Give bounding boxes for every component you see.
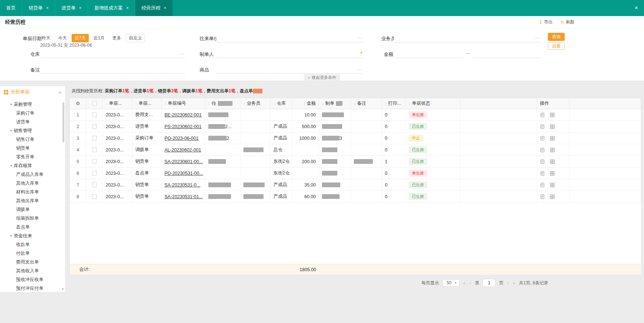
column-header-check[interactable] (86, 98, 103, 109)
column-header-code[interactable]: ↕单据编号 (162, 98, 205, 109)
column-header-maker[interactable]: ↕制单 (319, 98, 351, 109)
ellipsis-icon[interactable]: ... (357, 35, 362, 40)
maker-select[interactable]: ▾ (216, 49, 363, 58)
first-page-button[interactable]: « (463, 280, 466, 286)
tab-close-icon[interactable]: × (46, 5, 49, 11)
grid-more-icon[interactable] (550, 112, 555, 118)
tree-item[interactable]: 其他出库单 (0, 196, 62, 205)
date-quick-button[interactable]: 今天 (55, 34, 70, 42)
row-checkbox[interactable] (92, 171, 97, 176)
tab-item-4[interactable]: 经营历程× (135, 0, 173, 16)
sort-icon[interactable]: ↕ (208, 101, 210, 105)
row-checkbox[interactable] (92, 159, 97, 164)
tree-item[interactable]: 费用支出单 (0, 258, 62, 266)
tab-item-3[interactable]: 新增提成方案× (88, 0, 135, 16)
tree-item[interactable]: 销货单 (0, 144, 62, 153)
sort-icon[interactable]: ↕ (243, 101, 245, 105)
print-preview-icon[interactable] (540, 112, 545, 118)
document-number-link[interactable]: BE-20230602-001 (164, 112, 201, 118)
tab-close-icon[interactable]: × (126, 5, 129, 11)
tree-group-3[interactable]: ▾资金往来 (0, 231, 62, 240)
sort-icon[interactable]: ↕ (385, 101, 387, 105)
tree-item[interactable]: 收款单 (0, 240, 62, 249)
tree-group-2[interactable]: ▾库存核算 (0, 161, 62, 170)
column-header-remark[interactable]: ↕备注 (351, 98, 382, 109)
column-header-partner[interactable]: ↕往 (205, 98, 240, 109)
tree-item[interactable]: 其他收入单 (0, 266, 62, 275)
tree-item[interactable]: 预收冲应收单 (0, 275, 62, 284)
refresh-button[interactable]: ↻ 刷新 (561, 19, 575, 25)
settings-button[interactable]: 设置 (548, 42, 565, 50)
print-preview-icon[interactable] (540, 159, 545, 164)
tree-item[interactable]: 组装拆卸单 (0, 214, 62, 223)
column-header-status[interactable]: ↕单据状态 (406, 98, 461, 109)
tree-item[interactable]: 进货单 (0, 118, 62, 126)
print-preview-icon[interactable] (540, 124, 545, 129)
sort-icon[interactable]: ↕ (303, 101, 305, 105)
document-number-link[interactable]: PD-20230531-00... (164, 171, 203, 176)
tree-group-1[interactable]: ▾销售管理 (0, 126, 62, 135)
tree-item[interactable]: 盘点单 (0, 223, 62, 231)
row-checkbox[interactable] (92, 124, 97, 129)
warehouse-input[interactable]: ... (40, 49, 185, 58)
document-number-link[interactable]: SA-20230531-01... (164, 194, 203, 199)
date-quick-button[interactable]: 更多 (109, 34, 124, 42)
tree-item[interactable]: 采购订单 (0, 109, 62, 118)
grid-more-icon[interactable] (550, 159, 555, 164)
query-button[interactable]: 查询 (548, 33, 565, 41)
tree-item[interactable]: 产成品入库单 (0, 170, 62, 179)
salesman-input[interactable]: ... (394, 34, 541, 42)
print-preview-icon[interactable] (540, 182, 545, 188)
amount-min-input[interactable] (394, 49, 463, 58)
sort-icon[interactable]: ↕ (354, 101, 356, 105)
sort-icon[interactable]: ↕ (322, 101, 324, 105)
chevron-down-icon[interactable]: ▾ (360, 51, 362, 55)
sort-icon[interactable]: ↕ (273, 101, 275, 105)
grid-more-icon[interactable] (550, 147, 555, 153)
print-preview-icon[interactable] (540, 147, 545, 153)
ellipsis-icon[interactable]: ... (179, 50, 184, 55)
next-page-button[interactable]: › (507, 280, 509, 286)
tab-item-2[interactable]: 进货单× (55, 0, 88, 16)
column-header-date[interactable]: ↕单据... (103, 98, 132, 109)
column-header-type[interactable]: ↕单据... (132, 98, 162, 109)
grid-more-icon[interactable] (550, 124, 555, 129)
tree-item[interactable]: 材料出库单 (0, 188, 62, 196)
sort-icon[interactable]: ↕ (106, 101, 107, 105)
date-quick-button[interactable]: 近1月 (91, 34, 108, 42)
column-header-amount[interactable]: ↕金额 (292, 98, 319, 109)
row-checkbox[interactable] (92, 147, 97, 152)
partner-input[interactable]: ... (216, 34, 363, 42)
date-quick-button[interactable]: 自定义 (126, 34, 145, 42)
column-header-ops[interactable]: 操作 (537, 98, 570, 109)
column-header-num[interactable]: ⚙ (70, 98, 86, 109)
column-header-salesman[interactable]: ↕业务员 (240, 98, 270, 109)
ellipsis-icon[interactable]: ... (535, 35, 540, 40)
grid-more-icon[interactable] (550, 182, 555, 188)
document-number-link[interactable]: AL-20230602-001 (164, 147, 201, 153)
print-preview-icon[interactable] (540, 136, 545, 141)
sort-icon[interactable]: ↕ (409, 101, 410, 105)
date-quick-button[interactable]: 近7天 (72, 34, 89, 42)
tab-close-icon[interactable]: × (164, 5, 166, 11)
collapse-filters-button[interactable]: « 收起更多条件 (304, 74, 340, 81)
page-size-select[interactable]: 50 ▾ (442, 279, 459, 287)
document-number-link[interactable]: SA-20230531-0... (164, 182, 200, 188)
grid-more-icon[interactable] (550, 171, 555, 176)
product-input[interactable]: ... (216, 65, 363, 74)
sort-icon[interactable]: ↕ (135, 101, 137, 105)
print-preview-icon[interactable] (540, 194, 545, 199)
sidebar-collapse-icon[interactable]: « (59, 89, 61, 95)
grid-more-icon[interactable] (550, 136, 555, 141)
grid-more-icon[interactable] (550, 194, 555, 199)
tree-item[interactable]: 销售订单 (0, 135, 62, 144)
row-checkbox[interactable] (92, 194, 97, 199)
sort-icon[interactable]: ↕ (164, 101, 166, 105)
date-quick-button[interactable]: 昨天 (39, 34, 53, 42)
tree-item[interactable]: 调拨单 (0, 205, 62, 214)
export-button[interactable]: ↥ 导出 (539, 19, 553, 25)
row-checkbox[interactable] (92, 136, 97, 141)
column-header-warehouse[interactable]: ↕仓库 (270, 98, 292, 109)
ellipsis-icon[interactable]: ... (357, 66, 362, 71)
tree-item[interactable]: 预付冲应付单 (0, 284, 62, 292)
